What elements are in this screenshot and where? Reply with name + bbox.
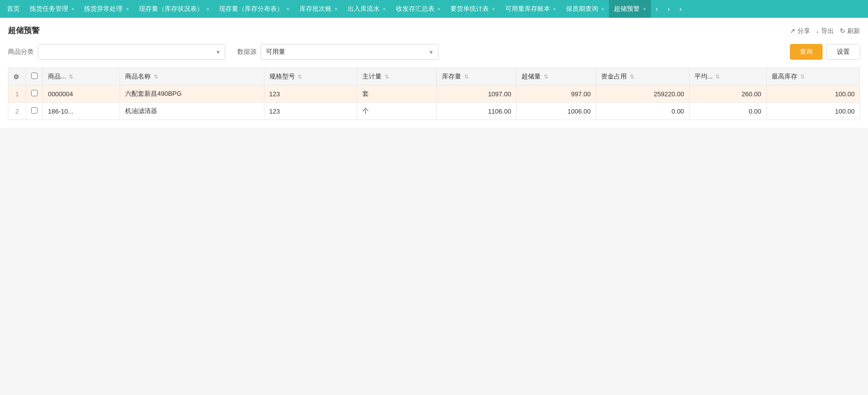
datasource-group: 数据源 可用量 <box>237 44 438 60</box>
row-product-code: 0000004 <box>43 85 120 103</box>
col-unit[interactable]: 主计量 <box>357 68 437 85</box>
col-unit-sort <box>385 74 389 79</box>
row-checkbox-cell[interactable] <box>26 85 43 103</box>
col-max-stock[interactable]: 最高库存 <box>767 68 860 85</box>
datasource-select[interactable]: 可用量 <box>260 44 438 60</box>
nav-tab-11[interactable]: 超储预警 × <box>609 0 651 18</box>
col-product-code[interactable]: 商品... <box>43 68 120 85</box>
row-stock: 1106.00 <box>437 103 517 120</box>
nav-more-button[interactable]: › <box>675 0 687 18</box>
col-capital-sort <box>630 74 634 79</box>
refresh-button[interactable]: ↻ 刷新 <box>840 27 860 36</box>
row-unit: 套 <box>357 85 437 103</box>
nav-tab-1-label: 拣货任务管理 <box>30 0 68 18</box>
nav-tab-11-close[interactable]: × <box>643 0 646 18</box>
col-checkbox[interactable] <box>26 68 43 85</box>
nav-tab-4-label: 现存量（库存分布表） <box>219 0 283 18</box>
row-avg: 260.00 <box>689 85 766 103</box>
filter-row: 商品分类 数据源 可用量 查询 设置 <box>8 44 860 60</box>
nav-tab-5-close[interactable]: × <box>335 0 338 18</box>
nav-tab-10-label: 保质期查询 <box>566 0 598 18</box>
product-category-chevron <box>217 48 220 56</box>
col-product-code-label: 商品... <box>48 73 66 80</box>
product-category-label: 商品分类 <box>8 47 34 56</box>
col-spec-label: 规格型号 <box>269 73 295 80</box>
col-avg[interactable]: 平均... <box>689 68 766 85</box>
row-spec: 123 <box>264 103 357 120</box>
nav-tab-6-label: 出入库流水 <box>347 0 380 18</box>
row-num: 1 <box>8 85 26 103</box>
nav-prev-button[interactable]: ‹ <box>651 0 663 18</box>
export-icon: ↓ <box>816 27 820 35</box>
row-avg: 0.00 <box>689 103 766 120</box>
row-product-code: 186-10... <box>43 103 120 120</box>
row-checkbox-cell[interactable] <box>26 103 43 120</box>
datasource-label: 数据源 <box>237 47 257 56</box>
col-spec[interactable]: 规格型号 <box>264 68 357 85</box>
share-button[interactable]: ↗ 分享 <box>790 27 810 36</box>
col-product-code-sort <box>69 74 73 79</box>
page-title: 超储预警 <box>8 26 40 36</box>
nav-tab-10-close[interactable]: × <box>601 0 604 18</box>
data-table: ⚙ 商品... 商品名称 规格型号 主计量 <box>8 68 860 120</box>
col-spec-sort <box>298 74 302 79</box>
top-nav: 首页 拣货任务管理 × 拣货异常处理 × 现存量（库存状况表） × 现存量（库存… <box>0 0 868 18</box>
nav-tab-2-close[interactable]: × <box>126 0 129 18</box>
nav-tab-3-label: 现存量（库存状况表） <box>139 0 203 18</box>
col-product-name[interactable]: 商品名称 <box>120 68 264 85</box>
nav-tab-3-close[interactable]: × <box>206 0 209 18</box>
nav-tab-9-close[interactable]: × <box>553 0 556 18</box>
row-max-stock: 100.00 <box>767 103 860 120</box>
nav-tab-8[interactable]: 要货单统计表 × <box>445 0 500 18</box>
table-row: 1 0000004 六配套新昌490BPG 123 套 1097.00 997.… <box>8 85 860 103</box>
nav-tab-3[interactable]: 现存量（库存状况表） × <box>134 0 214 18</box>
row-checkbox[interactable] <box>31 90 38 96</box>
nav-tab-9[interactable]: 可用量库存账本 × <box>500 0 561 18</box>
datasource-chevron <box>430 48 433 56</box>
nav-tab-8-close[interactable]: × <box>492 0 495 18</box>
nav-tab-4[interactable]: 现存量（库存分布表） × <box>214 0 294 18</box>
col-stock[interactable]: 库存量 <box>437 68 517 85</box>
nav-tab-4-close[interactable]: × <box>286 0 289 18</box>
col-stock-sort <box>464 74 469 79</box>
refresh-label: 刷新 <box>847 27 860 36</box>
col-capital-label: 资金占用 <box>601 73 627 80</box>
query-button[interactable]: 查询 <box>790 44 823 60</box>
filter-actions: 查询 设置 <box>790 44 860 60</box>
nav-tab-5-label: 库存批次账 <box>300 0 332 18</box>
row-checkbox[interactable] <box>31 107 38 114</box>
nav-tab-1-close[interactable]: × <box>71 0 74 18</box>
col-overstock-label: 超储量 <box>521 73 541 80</box>
nav-tab-6[interactable]: 出入库流水 × <box>343 0 391 18</box>
col-gear[interactable]: ⚙ <box>8 68 26 85</box>
settings-button[interactable]: 设置 <box>826 44 860 60</box>
row-unit: 个 <box>357 103 437 120</box>
nav-tab-7-close[interactable]: × <box>437 0 440 18</box>
nav-tab-2[interactable]: 拣货异常处理 × <box>79 0 133 18</box>
nav-tab-6-close[interactable]: × <box>383 0 386 18</box>
header-actions: ↗ 分享 ↓ 导出 ↻ 刷新 <box>790 27 861 36</box>
product-category-select[interactable] <box>38 44 225 60</box>
col-stock-label: 库存量 <box>442 73 461 80</box>
select-all-checkbox[interactable] <box>31 73 38 79</box>
nav-tab-7-label: 收发存汇总表 <box>396 0 434 18</box>
row-overstock: 997.00 <box>517 85 596 103</box>
export-button[interactable]: ↓ 导出 <box>816 27 834 36</box>
nav-tab-7[interactable]: 收发存汇总表 × <box>391 0 445 18</box>
col-avg-label: 平均... <box>694 73 713 80</box>
row-capital: 259220.00 <box>596 85 689 103</box>
gear-icon[interactable]: ⚙ <box>13 73 19 80</box>
nav-tab-home[interactable]: 首页 <box>2 0 25 18</box>
col-max-stock-sort <box>800 74 805 79</box>
share-icon: ↗ <box>790 27 795 35</box>
share-label: 分享 <box>797 27 810 36</box>
col-capital[interactable]: 资金占用 <box>596 68 689 85</box>
row-product-name: 六配套新昌490BPG <box>120 85 264 103</box>
nav-next-button[interactable]: › <box>663 0 675 18</box>
col-overstock[interactable]: 超储量 <box>517 68 596 85</box>
nav-tab-1[interactable]: 拣货任务管理 × <box>25 0 79 18</box>
nav-tab-5[interactable]: 库存批次账 × <box>295 0 343 18</box>
row-max-stock: 100.00 <box>767 85 860 103</box>
nav-tab-10[interactable]: 保质期查询 × <box>561 0 609 18</box>
datasource-value: 可用量 <box>266 47 285 56</box>
